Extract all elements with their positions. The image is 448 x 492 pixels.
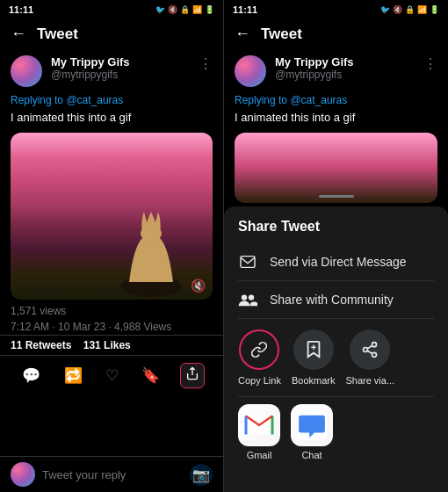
- tweet-meta-right: My Trippy Gifs @mytrippygifs: [275, 55, 415, 87]
- chat-app-item[interactable]: Chat: [291, 404, 333, 460]
- camera-icon-left[interactable]: 📷: [190, 464, 213, 486]
- replying-to-left: Replying to @cat_auras: [0, 94, 223, 110]
- page-title-left: Tweet: [37, 25, 78, 43]
- author-handle-left: @mytrippygifs: [51, 69, 190, 81]
- user-avatar-reply: [11, 462, 35, 487]
- svg-point-3: [242, 295, 247, 300]
- tweet-text-left: I animated this into a gif: [0, 110, 223, 133]
- tweet-meta-left: My Trippy Gifs @mytrippygifs: [51, 55, 190, 87]
- more-options-right[interactable]: ⋮: [423, 55, 437, 87]
- status-icons-left: 🐦 🔇 🔒 📶 🔋: [155, 5, 214, 14]
- tweet-author-section-right: My Trippy Gifs @mytrippygifs ⋮: [224, 48, 448, 94]
- likes-count-left: 131 Likes: [83, 339, 131, 351]
- page-title-right: Tweet: [261, 25, 302, 43]
- bookmark-action-label: Bookmark: [292, 375, 336, 386]
- share-option-community[interactable]: Share with Community: [224, 281, 448, 318]
- tweet-engagement-left: 11 Retweets 131 Likes: [0, 335, 223, 356]
- replying-to-right: Replying to @cat_auras: [224, 94, 448, 110]
- community-label: Share with Community: [270, 293, 394, 307]
- like-button-left[interactable]: ♡: [102, 363, 122, 388]
- header-left: ← Tweet: [0, 19, 223, 48]
- author-name-right: My Trippy Gifs: [275, 55, 415, 69]
- tweet-text-right: I animated this into a gif: [224, 110, 448, 133]
- status-bar-left: 11:11 🐦 🔇 🔒 📶 🔋: [0, 0, 223, 19]
- bookmark-action[interactable]: Bookmark: [292, 329, 336, 386]
- time-left: 11:11: [9, 4, 33, 15]
- avatar-right[interactable]: [235, 55, 266, 87]
- quick-actions: Copy Link Bookmark: [224, 319, 448, 396]
- chat-label: Chat: [301, 450, 322, 460]
- gmail-label: Gmail: [247, 450, 272, 460]
- left-panel: 11:11 🐦 🔇 🔒 📶 🔋 ← Tweet My Trippy Gifs @…: [0, 0, 224, 492]
- dm-label: Send via Direct Message: [270, 255, 407, 269]
- copy-link-label: Copy Link: [238, 375, 281, 386]
- share-title: Share Tweet: [224, 206, 448, 243]
- reply-input-left[interactable]: Tweet your reply: [42, 468, 183, 481]
- action-bar-left: 💬 🔁 ♡ 🔖: [0, 356, 223, 395]
- gmail-icon: [238, 404, 280, 446]
- author-name-left: My Trippy Gifs: [51, 55, 190, 69]
- tweet-image-left[interactable]: 🔇: [11, 133, 213, 300]
- avatar-left[interactable]: [11, 55, 42, 87]
- header-right: ← Tweet: [224, 19, 448, 48]
- svg-point-8: [364, 348, 368, 352]
- share-button-left[interactable]: [180, 363, 205, 388]
- back-button-right[interactable]: ←: [235, 25, 250, 43]
- tweet-author-section-left: My Trippy Gifs @mytrippygifs ⋮: [0, 48, 223, 94]
- status-bar-right: 11:11 🐦 🔇 🔒 📶 🔋: [224, 0, 448, 19]
- svg-line-10: [367, 351, 372, 353]
- tweet-views-left: 1,571 views: [0, 300, 223, 319]
- author-handle-right: @mytrippygifs: [275, 69, 415, 81]
- scroll-indicator: [319, 195, 354, 198]
- svg-point-1: [141, 227, 162, 241]
- svg-point-7: [372, 343, 377, 347]
- share-sheet: Share Tweet Send via Direct Message: [224, 206, 448, 492]
- share-via-label: Share via...: [345, 375, 394, 386]
- community-icon: [238, 290, 257, 309]
- retweet-button-left[interactable]: 🔁: [61, 363, 86, 388]
- reply-button-left[interactable]: 💬: [18, 363, 44, 388]
- bookmark-action-icon: [293, 329, 334, 370]
- time-right: 11:11: [233, 4, 257, 15]
- svg-line-11: [367, 346, 372, 349]
- right-panel: 11:11 🐦 🔇 🔒 📶 🔋 ← Tweet My Trippy Gifs @…: [224, 0, 448, 492]
- app-icons-row: Gmail: [224, 397, 448, 471]
- bookmark-button-left[interactable]: 🔖: [138, 363, 163, 388]
- gmail-app-item[interactable]: Gmail: [238, 404, 280, 460]
- copy-link-icon: [239, 329, 279, 370]
- copy-link-action[interactable]: Copy Link: [238, 329, 281, 386]
- share-via-icon: [350, 329, 390, 370]
- tweet-image-preview-right[interactable]: [235, 133, 437, 203]
- more-options-left[interactable]: ⋮: [199, 55, 213, 87]
- status-icons-right: 🐦 🔇 🔒 📶 🔋: [380, 5, 439, 14]
- svg-rect-2: [241, 257, 255, 268]
- reply-box-left: Tweet your reply 📷: [0, 456, 223, 492]
- chat-icon: [291, 404, 333, 446]
- share-option-dm[interactable]: Send via Direct Message: [224, 243, 448, 280]
- share-via-action[interactable]: Share via...: [345, 329, 394, 386]
- cat-silhouette: [116, 194, 186, 300]
- dm-icon: [238, 252, 257, 271]
- tweet-time-left: 7:12 AM · 10 Mar 23 · 4,988 Views: [0, 319, 223, 335]
- svg-point-9: [372, 353, 377, 358]
- volume-icon[interactable]: 🔇: [191, 279, 206, 293]
- back-button-left[interactable]: ←: [11, 25, 26, 43]
- retweet-count-left: 11 Retweets: [11, 339, 71, 351]
- svg-point-4: [249, 295, 254, 300]
